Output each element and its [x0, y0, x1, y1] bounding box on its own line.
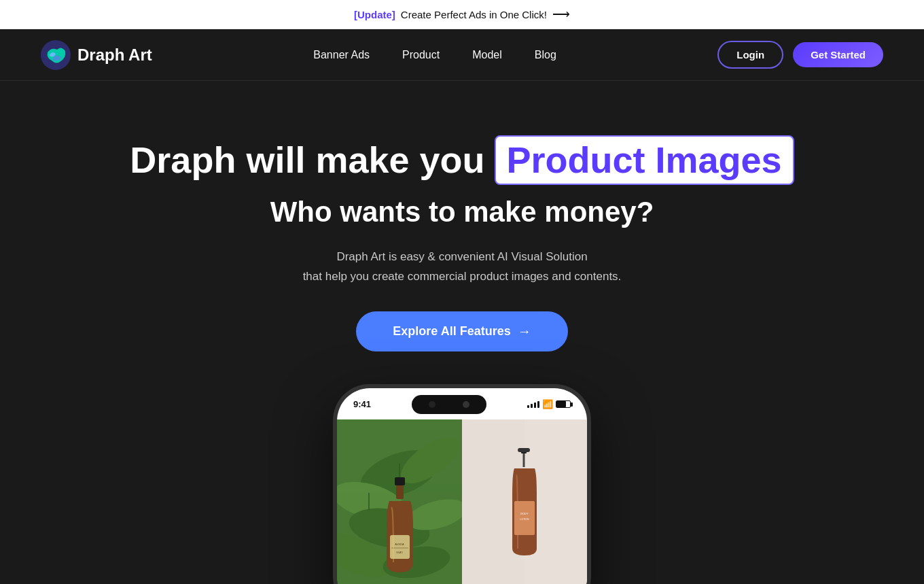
explore-arrow: →	[518, 324, 531, 339]
status-icons: 📶	[527, 399, 571, 409]
hero-headline-highlight: Product Images	[495, 135, 794, 185]
phone-status-bar: 9:41 📶	[337, 388, 587, 419]
announcement-bar: [Update] Create Perfect Ads in One Click…	[0, 0, 924, 29]
announcement-message: Create Perfect Ads in One Click!	[401, 9, 547, 20]
svg-rect-12	[396, 485, 404, 499]
nav-model[interactable]: Model	[472, 49, 502, 61]
hero-headline-part1: Draph will make you	[130, 138, 484, 182]
explore-button[interactable]: Explore All Features →	[356, 311, 567, 351]
nav-blog[interactable]: Blog	[535, 49, 556, 61]
nav-banner-ads[interactable]: Banner Ads	[313, 49, 370, 61]
navbar: Draph Art Banner Ads Product Model Blog …	[0, 29, 924, 81]
svg-text:AVEDA: AVEDA	[395, 543, 404, 546]
announcement-update-link[interactable]: [Update]	[354, 9, 395, 20]
phone-scene-right: BODY LOTION	[462, 419, 587, 584]
hero-subheadline: Who wants to make money?	[14, 196, 910, 228]
phone-time: 9:41	[353, 399, 371, 409]
phone-mockup: 9:41 📶	[333, 384, 591, 584]
hero-description: Draph Art is easy & convenient AI Visual…	[272, 247, 652, 287]
get-started-button[interactable]: Get Started	[793, 42, 883, 67]
svg-text:INVATI: INVATI	[396, 551, 402, 554]
announcement-arrow: ⟶	[552, 7, 570, 22]
nav-actions: Login Get Started	[717, 41, 883, 69]
svg-text:BODY: BODY	[520, 512, 529, 515]
phone-mockup-container: 9:41 📶	[14, 384, 910, 584]
nav-product[interactable]: Product	[402, 49, 440, 61]
svg-rect-21	[518, 448, 530, 452]
hero-section: Draph will make you Product Images Who w…	[0, 81, 924, 584]
svg-text:LOTION: LOTION	[520, 518, 529, 521]
phone-scene-left: AVEDA INVATI	[337, 419, 462, 584]
brand-name: Draph Art	[77, 46, 152, 65]
logo[interactable]: Draph Art	[41, 40, 152, 70]
login-button[interactable]: Login	[717, 41, 783, 69]
svg-rect-11	[395, 477, 405, 485]
nav-links: Banner Ads Product Model Blog	[313, 49, 556, 61]
hero-headline: Draph will make you Product Images	[14, 135, 910, 185]
explore-button-label: Explore All Features	[393, 324, 510, 339]
logo-icon	[41, 40, 71, 70]
phone-screen: AVEDA INVATI	[337, 419, 587, 584]
